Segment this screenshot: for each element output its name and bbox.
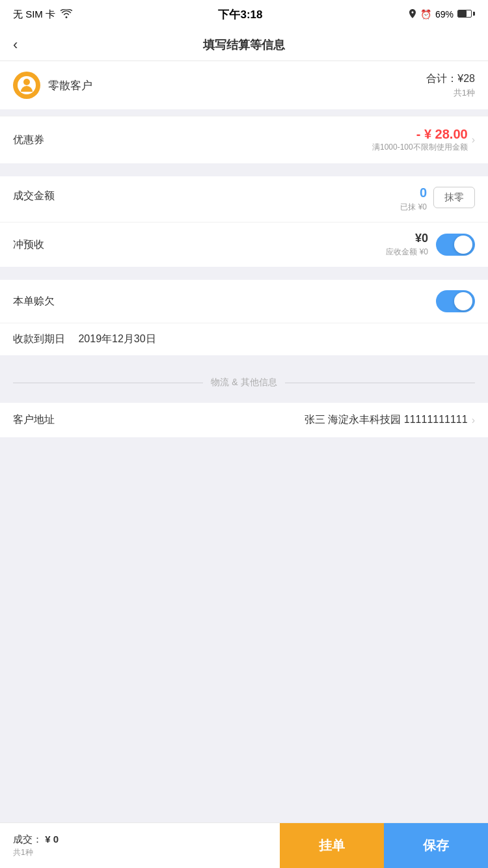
coupon-values: - ¥ 28.00 满1000-100不限制使用金额 — [372, 127, 468, 153]
deal-section: 成交金额 0 已抹 ¥0 抹零 冲预收 ¥0 应收金额 ¥0 — [0, 176, 488, 267]
logistics-label: 物流 & 其他信息 — [203, 377, 284, 388]
customer-section: 零散客户 合计：¥28 共1种 — [0, 61, 488, 109]
deal-value-wrap: 0 已抹 ¥0 — [400, 185, 427, 213]
address-label: 客户地址 — [13, 413, 55, 427]
debt-toggle[interactable] — [436, 290, 475, 312]
back-button[interactable]: ‹ — [13, 36, 18, 53]
debt-section: 本单赊欠 收款到期日 2019年12月30日 — [0, 280, 488, 355]
status-left: 无 SIM 卡 — [13, 8, 72, 21]
bottom-spacer — [0, 444, 488, 606]
coupon-section: 优惠券 - ¥ 28.00 满1000-100不限制使用金额 › — [0, 116, 488, 163]
deal-subtotal: 已抹 ¥0 — [400, 202, 427, 213]
customer-right: 合计：¥28 共1种 — [426, 72, 475, 99]
toggle-knob — [454, 236, 472, 254]
avatar-icon — [18, 76, 36, 94]
coupon-desc: 满1000-100不限制使用金额 — [372, 142, 468, 153]
summary-label: 成交： — [13, 834, 42, 845]
debt-label: 本单赊欠 — [13, 295, 55, 308]
deal-value: 0 — [400, 185, 427, 200]
customer-left: 零散客户 — [13, 72, 92, 99]
address-section: 客户地址 张三 海淀永丰科技园 11111111111 › — [0, 403, 488, 437]
coupon-label: 优惠券 — [13, 133, 44, 147]
summary-amount: ¥ 0 — [45, 834, 59, 845]
address-right: 张三 海淀永丰科技园 11111111111 › — [305, 413, 475, 427]
prereceive-toggle[interactable] — [436, 234, 475, 256]
logistics-header: 物流 & 其他信息 — [0, 368, 488, 396]
customer-avatar — [13, 72, 40, 99]
location-icon — [409, 9, 416, 20]
address-value: 张三 海淀永丰科技园 11111111111 — [305, 413, 468, 427]
customer-count: 共1种 — [426, 87, 475, 99]
round-button[interactable]: 抹零 — [433, 187, 475, 208]
address-chevron-icon: › — [472, 414, 475, 426]
nav-bar: ‹ 填写结算等信息 — [0, 29, 488, 61]
bottom-bar: 成交： ¥ 0 共1种 挂单 保存 — [0, 822, 488, 868]
alarm-icon: ⏰ — [420, 9, 431, 20]
divider-3 — [0, 362, 488, 368]
due-date-value: 2019年12月30日 — [78, 333, 156, 344]
status-right: ⏰ 69% — [409, 9, 475, 20]
coupon-row[interactable]: 优惠券 - ¥ 28.00 满1000-100不限制使用金额 › — [0, 116, 488, 163]
coupon-right: - ¥ 28.00 满1000-100不限制使用金额 › — [372, 127, 475, 153]
chevron-right-icon: › — [472, 134, 475, 146]
battery-text: 69% — [435, 9, 454, 20]
deal-amount-label: 成交金额 — [13, 189, 55, 203]
divider-2 — [0, 273, 488, 280]
divider-1 — [0, 170, 488, 176]
prereceive-amount: ¥0 — [386, 232, 428, 245]
prereceive-row: 冲预收 ¥0 应收金额 ¥0 — [0, 222, 488, 267]
address-row[interactable]: 客户地址 张三 海淀永丰科技园 11111111111 › — [0, 403, 488, 437]
customer-row: 零散客户 合计：¥28 共1种 — [0, 61, 488, 109]
deal-right: 0 已抹 ¥0 抹零 — [400, 185, 475, 213]
due-date-row: 收款到期日 2019年12月30日 — [0, 323, 488, 355]
prereceive-right: ¥0 应收金额 ¥0 — [386, 232, 475, 258]
status-time: 下午3:18 — [218, 7, 262, 22]
summary-count: 共1种 — [13, 847, 267, 858]
prereceive-due: 应收金额 ¥0 — [386, 247, 428, 258]
bottom-summary: 成交： ¥ 0 共1种 — [0, 834, 280, 858]
page-title: 填写结算等信息 — [203, 37, 285, 53]
customer-total: 合计：¥28 — [426, 72, 475, 86]
prereceive-label: 冲预收 — [13, 238, 44, 252]
coupon-amount: - ¥ 28.00 — [372, 127, 468, 142]
prereceive-values: ¥0 应收金额 ¥0 — [386, 232, 428, 258]
hold-button[interactable]: 挂单 — [280, 823, 384, 869]
battery-icon — [457, 9, 475, 20]
customer-name: 零散客户 — [48, 78, 92, 93]
status-bar: 无 SIM 卡 下午3:18 ⏰ 69% — [0, 0, 488, 29]
debt-toggle-knob — [454, 292, 472, 310]
due-date-label: 收款到期日 — [13, 333, 65, 344]
save-button[interactable]: 保存 — [384, 823, 488, 869]
deal-amount-row: 成交金额 0 已抹 ¥0 抹零 — [0, 176, 488, 222]
logistics-section: 物流 & 其他信息 — [0, 368, 488, 396]
debt-row: 本单赊欠 — [0, 280, 488, 323]
no-sim-text: 无 SIM 卡 — [13, 8, 55, 21]
wifi-icon — [61, 9, 72, 20]
bottom-summary-top: 成交： ¥ 0 — [13, 834, 267, 846]
